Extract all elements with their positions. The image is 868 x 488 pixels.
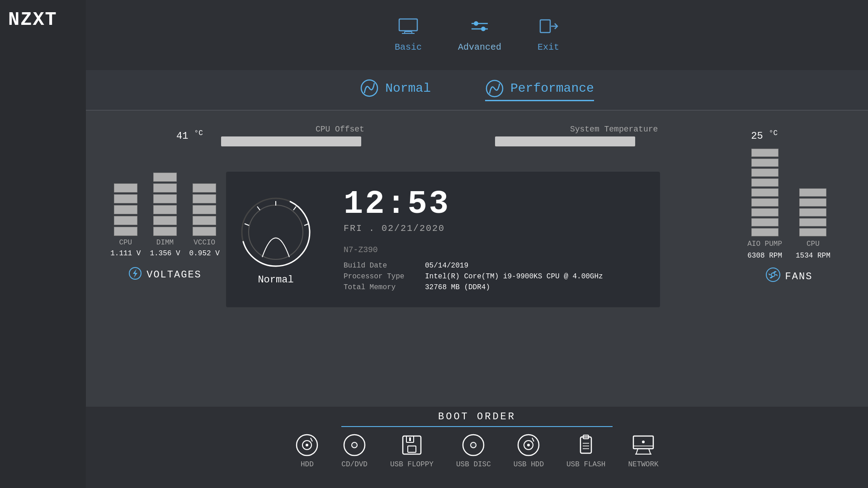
svg-point-36 bbox=[527, 444, 530, 446]
svg-line-45 bbox=[649, 449, 651, 454]
normal-tab-label: Normal bbox=[385, 81, 431, 95]
fans-label: FANS bbox=[785, 271, 813, 282]
boot-items: HDD CD/DVD USB FLOPPY bbox=[295, 433, 658, 469]
gauge-svg bbox=[237, 194, 314, 271]
svg-point-6 bbox=[481, 27, 486, 31]
sys-temp-bar-container: System Temperature bbox=[477, 125, 751, 146]
boot-divider bbox=[341, 426, 613, 427]
network-icon bbox=[632, 433, 655, 457]
build-date-val: 05/14/2019 bbox=[425, 262, 468, 270]
bios-version: N7-Z390 bbox=[344, 245, 642, 254]
memory-row: Total Memory 32768 MB (DDR4) bbox=[344, 283, 642, 291]
svg-rect-28 bbox=[403, 436, 421, 454]
advanced-icon bbox=[470, 18, 490, 38]
voltages-section: CPU 1.111 V DIMM 1.356 V bbox=[95, 167, 235, 312]
cpu-temp-bar bbox=[221, 136, 361, 146]
fan-cpu-label: CPU bbox=[807, 240, 820, 248]
boot-section: BOOT ORDER HDD CD/DVD bbox=[86, 407, 868, 488]
cpu-temp-bar-container: CPU Offset bbox=[203, 125, 477, 146]
volt-cpu-group: CPU 1.111 V bbox=[110, 183, 141, 258]
basic-label: Basic bbox=[395, 42, 422, 52]
svg-rect-7 bbox=[540, 20, 550, 33]
volt-cpu-value: 1.111 V bbox=[110, 249, 141, 258]
svg-point-14 bbox=[249, 205, 303, 259]
svg-point-20 bbox=[766, 268, 780, 282]
svg-line-25 bbox=[311, 438, 312, 441]
memory-val: 32768 MB (DDR4) bbox=[425, 283, 490, 291]
fan-bars: AIO PUMP 6308 RPM CPU 1534 RPM bbox=[747, 160, 830, 260]
advanced-label: Advanced bbox=[458, 42, 501, 52]
sys-temp-value: 25 °C bbox=[751, 129, 778, 142]
volt-vccio-bar bbox=[193, 183, 216, 236]
center-panel: Normal 12:53 FRI . 02/21/2020 N7-Z390 Bu… bbox=[226, 172, 660, 307]
date-display: FRI . 02/21/2020 bbox=[344, 223, 642, 234]
nav-basic[interactable]: Basic bbox=[395, 18, 422, 52]
exit-label: Exit bbox=[538, 42, 559, 52]
voltages-icon bbox=[128, 267, 142, 283]
performance-tab-label: Performance bbox=[510, 81, 594, 95]
svg-point-24 bbox=[306, 444, 308, 446]
volt-dimm-bar bbox=[153, 173, 177, 236]
boot-network-label: NETWORK bbox=[628, 460, 658, 469]
volt-vccio-label: VCCIO bbox=[193, 239, 215, 247]
fan-cpu-group: CPU 1534 RPM bbox=[796, 188, 830, 260]
volt-vccio-value: 0.952 V bbox=[189, 249, 220, 258]
volt-bars: CPU 1.111 V DIMM 1.356 V bbox=[110, 167, 220, 258]
boot-usb-hdd-label: USB HDD bbox=[514, 460, 544, 469]
volt-vccio-group: VCCIO 0.952 V bbox=[189, 183, 220, 258]
fans-icon bbox=[765, 267, 781, 286]
svg-line-16 bbox=[257, 206, 260, 210]
build-date-key: Build Date bbox=[344, 262, 411, 270]
fans-section: AIO PUMP 6308 RPM CPU 1534 RPM bbox=[710, 160, 868, 314]
fan-aio-value: 6308 RPM bbox=[747, 252, 782, 260]
boot-network[interactable]: NETWORK bbox=[628, 433, 658, 469]
fan-cpu-bar bbox=[799, 188, 826, 236]
boot-cddvd[interactable]: CD/DVD bbox=[341, 433, 368, 469]
usb-disc-icon bbox=[462, 433, 485, 457]
sidebar: NZXT bbox=[0, 0, 86, 488]
boot-usb-flash[interactable]: USB FLASH bbox=[566, 433, 605, 469]
boot-usb-hdd[interactable]: USB HDD bbox=[514, 433, 544, 469]
volt-dimm-label: DIMM bbox=[156, 239, 174, 247]
svg-rect-31 bbox=[409, 437, 411, 441]
usb-floppy-icon bbox=[400, 433, 424, 457]
gauge-area: Normal bbox=[226, 172, 326, 307]
fan-aio-group: AIO PUMP 6308 RPM bbox=[747, 149, 782, 260]
cddvd-icon bbox=[343, 433, 366, 457]
nav-exit[interactable]: Exit bbox=[538, 18, 559, 52]
voltages-footer: VOLTAGES bbox=[128, 267, 202, 283]
svg-point-48 bbox=[642, 441, 645, 443]
hdd-icon bbox=[295, 433, 319, 457]
boot-usb-flash-label: USB FLASH bbox=[566, 460, 605, 469]
sys-temp: 25 °C bbox=[751, 129, 778, 142]
cpu-temp-value: 41 °C bbox=[176, 129, 203, 142]
voltages-label: VOLTAGES bbox=[146, 269, 202, 281]
tab-normal[interactable]: Normal bbox=[360, 79, 431, 101]
sys-temp-bar bbox=[495, 136, 635, 146]
volt-cpu-label: CPU bbox=[119, 239, 132, 247]
usb-flash-icon bbox=[574, 433, 598, 457]
svg-rect-38 bbox=[580, 437, 591, 453]
info-area: 12:53 FRI . 02/21/2020 N7-Z390 Build Dat… bbox=[326, 172, 660, 307]
build-date-row: Build Date 05/14/2019 bbox=[344, 262, 642, 270]
svg-rect-0 bbox=[399, 19, 417, 31]
svg-line-18 bbox=[293, 206, 296, 210]
svg-line-17 bbox=[245, 224, 249, 225]
svg-line-44 bbox=[636, 449, 638, 454]
cpu-temp: 41 °C bbox=[176, 129, 203, 142]
nav-advanced[interactable]: Advanced bbox=[458, 18, 501, 52]
processor-key: Processor Type bbox=[344, 272, 411, 281]
fan-aio-bar bbox=[751, 149, 778, 236]
gauge-mode-label: Normal bbox=[258, 274, 293, 286]
boot-usb-floppy[interactable]: USB FLOPPY bbox=[390, 433, 434, 469]
boot-usb-disc[interactable]: USB DISC bbox=[456, 433, 491, 469]
boot-cddvd-label: CD/DVD bbox=[341, 460, 368, 469]
processor-row: Processor Type Intel(R) Core(TM) i9-9900… bbox=[344, 272, 642, 281]
tab-performance[interactable]: Performance bbox=[485, 79, 594, 101]
usb-hdd-icon bbox=[517, 433, 540, 457]
boot-hdd[interactable]: HDD bbox=[295, 433, 319, 469]
time-display: 12:53 bbox=[344, 188, 642, 221]
boot-usb-disc-label: USB DISC bbox=[456, 460, 491, 469]
cpu-offset-label: CPU Offset bbox=[221, 125, 459, 134]
system-temp-label: System Temperature bbox=[495, 125, 733, 134]
